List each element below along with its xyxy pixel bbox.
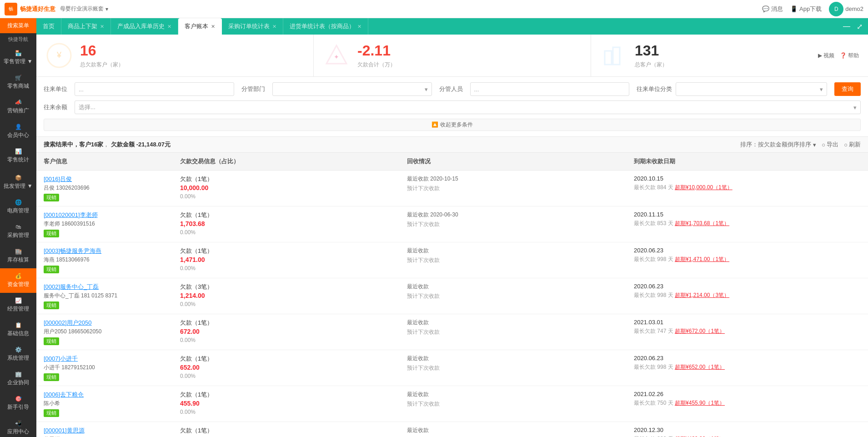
customer-name-2[interactable]: [0001020001]李老师 <box>44 211 180 219</box>
store-name: 母婴行业演示账套 <box>60 5 104 13</box>
collapse-bar[interactable]: 🔼 收起更多条件 <box>44 119 861 131</box>
customer-name-1[interactable]: [0016]吕俊 <box>44 175 180 183</box>
recovery-latest-1: 最近收款 2020-10-15 <box>407 175 634 183</box>
tab-purchase-order[interactable]: 采购订单统计表 ✕ <box>222 18 283 35</box>
sidebar-item-retail-manage[interactable]: 🏪 零售管理 ▼ <box>0 45 36 70</box>
table-area: 客户信息 欠款交易信息（占比） 回收情况 到期未收款日期 [0016]吕俊 吕俊… <box>36 153 868 437</box>
due-cell-3: 2020.06.23 最长欠款 998 天 超期¥1,471.00（1笔） <box>634 247 861 263</box>
card2-value: -2.11 <box>357 42 396 59</box>
sidebar-item-capital[interactable]: 💰 资金管理 <box>0 268 36 293</box>
recovery-cell-7: 最近收款 预计下次收款 <box>407 391 634 408</box>
dept-select[interactable]: ▾ <box>272 82 432 96</box>
balance-select[interactable]: 选择... ▾ <box>75 100 861 114</box>
sidebar-search[interactable]: 搜索菜单 <box>0 18 36 33</box>
sidebar-item-newbie[interactable]: 🎯 新手引导 <box>0 391 36 416</box>
tab-product-close[interactable]: ✕ <box>100 24 104 30</box>
customer-name-4[interactable]: [0002]服务中心_丁磊 <box>44 283 180 291</box>
overdue-link-6[interactable]: 超期¥652.00（1笔） <box>675 364 725 370</box>
sidebar-item-inventory[interactable]: 🏬 库存核算 <box>0 244 36 268</box>
customer-tag-3: 现销 <box>44 266 59 273</box>
sidebar-item-retail-stats[interactable]: 📊 零售统计 <box>0 144 36 168</box>
tab-customer-account[interactable]: 客户账本 ✕ <box>178 18 222 35</box>
refresh-label: 刷新 <box>849 141 861 149</box>
due-date-8: 2020.12.30 <box>634 427 861 433</box>
person-input[interactable]: ... <box>470 82 630 96</box>
help-btn[interactable]: ❓ 帮助 <box>840 52 859 60</box>
customer-name-7[interactable]: [0006]去下粮仓 <box>44 391 180 399</box>
tab-production-close[interactable]: ✕ <box>167 24 171 30</box>
refresh-btn[interactable]: ○ 刷新 <box>844 141 861 149</box>
due-days-3: 最长欠款 998 天 超期¥1,471.00（1笔） <box>634 256 861 263</box>
customer-name-6[interactable]: [0007]小进千 <box>44 355 180 363</box>
unit-category-select[interactable]: ▾ <box>676 82 827 96</box>
app-icon: 📱 <box>790 5 798 12</box>
sidebar-label-mall: 零售商城 <box>7 82 29 90</box>
customer-name-3[interactable]: [0003]畅捷服务尹海燕 <box>44 247 180 255</box>
app-download-btn[interactable]: 📱 App下载 <box>790 5 822 13</box>
sort-select[interactable]: 排序：按欠款金额倒序排序 ▾ <box>740 141 816 149</box>
view-video-btn[interactable]: ▶ 视频 <box>818 52 834 60</box>
tab-product-label: 商品上下架 <box>68 22 97 30</box>
export-icon: ○ <box>822 141 825 148</box>
overdue-link-4[interactable]: 超期¥1,214.00（3笔） <box>675 292 729 298</box>
debt-amount-4: 1,214.00 <box>180 292 407 299</box>
due-days-6: 最长欠款 998 天 超期¥652.00（1笔） <box>634 363 861 371</box>
sidebar-item-batch-manage[interactable]: 📦 批发管理 ▼ <box>0 170 36 195</box>
message-btn[interactable]: 💬 消息 <box>762 5 783 13</box>
overdue-link-7[interactable]: 超期¥455.90（1笔） <box>675 400 725 406</box>
search-button[interactable]: 查询 <box>834 82 861 96</box>
sidebar-label-system: 系统管理 <box>7 354 29 362</box>
sidebar-item-basic[interactable]: 📋 基础信息 <box>0 317 36 342</box>
system-icon: ⚙️ <box>15 347 22 353</box>
customer-name-5[interactable]: [000002]用户2050 <box>44 319 180 327</box>
sidebar-item-marketing[interactable]: 📣 营销推广 <box>0 95 36 119</box>
tab-purchase-stats[interactable]: 进货单统计表（按商品） ✕ <box>283 18 368 35</box>
overdue-link-1[interactable]: 超期¥10,000.00（1笔） <box>675 184 733 191</box>
overdue-link-5[interactable]: 超期¥672.00（1笔） <box>675 328 725 334</box>
sidebar-item-member[interactable]: 👤 会员中心 <box>0 119 36 144</box>
debt-count-3: 欠款（1笔） <box>180 247 407 255</box>
overdue-link-3[interactable]: 超期¥1,471.00（1笔） <box>675 256 729 262</box>
user-menu[interactable]: D demo2 <box>829 2 863 16</box>
tab-purchase-close[interactable]: ✕ <box>272 24 276 30</box>
customer-contact-3: 海燕 18513066976 <box>44 256 180 264</box>
due-date-2: 2020.11.15 <box>634 211 861 218</box>
tab-minimize-btn[interactable]: — <box>841 22 852 30</box>
tab-customer-label: 客户账本 <box>185 22 208 30</box>
sidebar-item-ecommerce[interactable]: 🌐 电商管理 <box>0 195 36 219</box>
due-date-7: 2021.02.26 <box>634 391 861 397</box>
customer-contact-1: 吕俊 13026203696 <box>44 184 180 192</box>
sidebar-label-newbie: 新手引导 <box>7 403 29 411</box>
svg-text:✦: ✦ <box>334 53 339 60</box>
due-date-5: 2021.03.01 <box>634 319 861 326</box>
total-customers-icon <box>600 42 627 69</box>
logo-area: 畅 畅捷通好生意 <box>5 3 55 15</box>
sidebar-label-basic: 基础信息 <box>7 330 29 337</box>
sidebar-item-enterprise[interactable]: 🏢 企业协同 <box>0 367 36 391</box>
sidebar-item-purchase[interactable]: 🛍 采购管理 <box>0 219 36 244</box>
store-selector[interactable]: 母婴行业演示账套 ▾ <box>60 5 108 13</box>
tab-stats-label: 进货单统计表（按商品） <box>290 22 355 30</box>
tab-stats-close[interactable]: ✕ <box>357 24 361 30</box>
overdue-link-2[interactable]: 超期¥1,703.68（1笔） <box>675 220 729 226</box>
tab-home[interactable]: 首页 <box>36 18 61 35</box>
sidebar-item-operation[interactable]: 📈 经营管理 <box>0 293 36 317</box>
debt-amount-2: 1,703.68 <box>180 220 407 227</box>
sidebar-item-app-center[interactable]: 📲 应用中心 <box>0 416 36 437</box>
customer-name-8[interactable]: [000001]黄思源 <box>44 427 180 435</box>
sidebar-item-system[interactable]: ⚙️ 系统管理 <box>0 342 36 367</box>
sidebar-item-retail-mall[interactable]: 🛒 零售商城 <box>0 70 36 95</box>
tab-product-manage[interactable]: 商品上下架 ✕ <box>61 18 111 35</box>
tab-maximize-btn[interactable]: ⤢ <box>855 22 864 31</box>
logo-icon: 畅 <box>5 3 17 15</box>
source-unit-input[interactable]: ... <box>75 82 234 96</box>
marketing-icon: 📣 <box>15 99 22 105</box>
sidebar-nav-label[interactable]: 快捷导航 <box>0 33 36 45</box>
result-summary-text: 搜索结果中，客户16家 <box>44 141 103 148</box>
export-btn[interactable]: ○ 导出 <box>822 141 838 149</box>
tab-customer-close[interactable]: ✕ <box>211 24 215 30</box>
tab-production-history[interactable]: 产成品入库单历史 ✕ <box>111 18 178 35</box>
balance-placeholder: 选择... <box>79 103 95 111</box>
filter-balance: 往来余额 选择... ▾ <box>44 100 861 114</box>
customer-contact-7: 陈小希 <box>44 400 180 407</box>
